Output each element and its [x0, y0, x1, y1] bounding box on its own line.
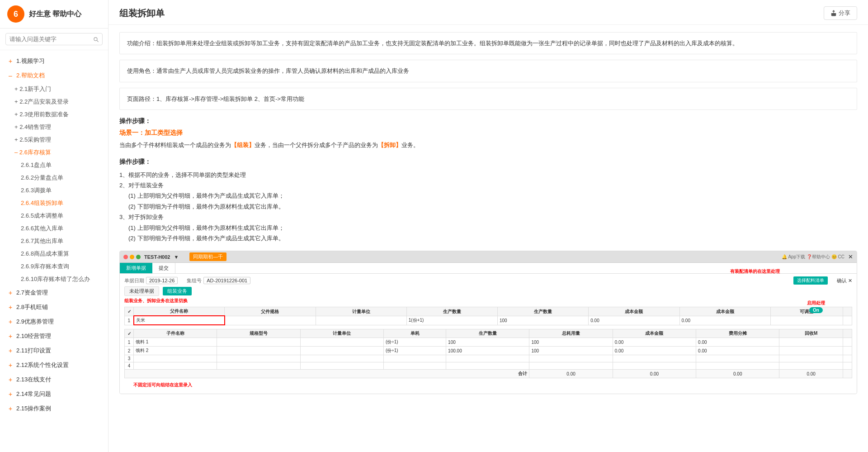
mock-tab-submit[interactable]: 提交 — [152, 263, 175, 273]
nav-item-27[interactable]: + 2.7资金管理 — [0, 285, 108, 300]
mock-annotation-middle: 组装业务、拆卸业务在这里切换 — [124, 298, 188, 304]
mock-date-value: 2019-12-26 — [146, 277, 178, 284]
nav-item-213[interactable]: + 2.13在线支付 — [0, 372, 108, 387]
mock-annotation-right: 启用处理 On — [807, 300, 825, 313]
nav-item-2-1[interactable]: + 2.1新手入门 — [14, 83, 108, 95]
nav-section-212: + 2.12系统个性化设置 — [0, 358, 108, 372]
mock-topbar-dropdown: ▼ — [174, 254, 179, 260]
collapse-icon-2: – — [7, 72, 14, 79]
mock-table2-row1: 1 饿料 1 (份÷1) 100 100 0.00 0.00 — [125, 338, 852, 347]
expand-icon-213: + — [7, 376, 14, 383]
intro-block: 功能介绍：组装拆卸单用来处理企业组装或拆卸等加工业务，支持有固定装配清单的产品加… — [119, 32, 857, 54]
nav-section-214: + 2.14常见问题 — [0, 387, 108, 401]
mock-annotation-btn[interactable]: 选择配料清单 — [793, 276, 828, 285]
nav-item-2[interactable]: – 2.帮助文档 — [0, 68, 108, 83]
share-button[interactable]: 分享 — [824, 6, 857, 20]
nav-item-2-6-7[interactable]: 2.6.7其他出库单 — [21, 235, 108, 247]
nav-section-28: + 2.8手机旺铺 — [0, 300, 108, 314]
nav-item-2-6-5[interactable]: 2.6.5成本调整单 — [21, 209, 108, 222]
mock-close-icon[interactable]: ✕ — [848, 253, 853, 260]
nav-item-2-3[interactable]: + 2.3使用前数据准备 — [14, 108, 108, 121]
screenshot-inner: TEST-H002 ▼ 同期期初—千 🔔 App下载 ❓帮助中心 😊 CC ✕ … — [120, 251, 857, 394]
nav-item-29[interactable]: + 2.9优惠券管理 — [0, 314, 108, 329]
nav-item-28[interactable]: + 2.8手机旺铺 — [0, 300, 108, 314]
expand-icon-211: + — [7, 347, 14, 354]
mock-table2-row2: 2 饿料 2 (份÷1) 100.00 100 0.00 0.00 — [125, 347, 852, 355]
nav-sub-2-6: 2.6.1盘点单 2.6.2分量盘点单 2.6.3调拨单 2.6.4组装拆卸单 … — [14, 159, 108, 285]
nav-section-215: + 2.15操作案例 — [0, 401, 108, 416]
expand-icon-2-2: + — [14, 98, 18, 105]
nav-item-2-6-8[interactable]: 2.6.8商品成本重算 — [21, 247, 108, 260]
step-3-2: (2) 下部明细为子件明细，最终作为产成品生成其它入库单。 — [128, 233, 857, 243]
nav-item-2-2[interactable]: + 2.2产品安装及登录 — [14, 95, 108, 108]
nav-item-2-6-2[interactable]: 2.6.2分量盘点单 — [21, 171, 108, 184]
scenario-heading: 场景一：加工类型选择 — [119, 129, 857, 137]
nav-section-27: + 2.7资金管理 — [0, 285, 108, 300]
expand-icon-2-4: + — [14, 124, 18, 130]
nav-item-2-6-3[interactable]: 2.6.3调拨单 — [21, 184, 108, 197]
mock-confirm-btn: 确认 ✕ — [837, 277, 852, 284]
mock-table2-foot: 合计 0.00 0.00 0.00 0.00 — [125, 370, 852, 378]
mock-type-active[interactable]: 组装业务 — [163, 287, 192, 295]
main-header: 组装拆卸单 分享 — [108, 0, 868, 25]
search-icon — [93, 36, 99, 43]
mock-th2-action — [843, 329, 852, 338]
nav-sub-2: + 2.1新手入门 + 2.2产品安装及登录 + 2.3使用前数据准备 + 2.… — [0, 83, 108, 285]
nav-item-2-6-1[interactable]: 2.6.1盘点单 — [21, 159, 108, 171]
nav-tree: + 1.视频学习 – 2.帮助文档 + 2.1新手入门 + 2.2产品安装及登录 — [0, 50, 108, 452]
mock-type-inactive[interactable]: 未处理单据 — [124, 286, 159, 296]
mock-th-name1: 父件名称 — [134, 307, 225, 316]
mock-th-cost1: 成本金额 — [589, 307, 679, 316]
nav-section-213: + 2.13在线支付 — [0, 372, 108, 387]
expand-icon-215: + — [7, 405, 14, 412]
logo-text: 好生意 帮助中心 — [29, 10, 81, 19]
expand-icon-29: + — [7, 319, 14, 325]
expand-icon-2-1: + — [14, 86, 18, 92]
expand-icon-27: + — [7, 290, 14, 296]
expand-icon-28: + — [7, 304, 14, 310]
nav-item-2-6-9[interactable]: 2.6.9库存账本查询 — [21, 260, 108, 273]
mock-table2-row4: 4 — [125, 362, 852, 370]
nav-item-211[interactable]: + 2.11打印设置 — [0, 343, 108, 358]
nav-item-2-6-6[interactable]: 2.6.6其他入库单 — [21, 222, 108, 235]
mock-topbar-id: TEST-H002 — [144, 254, 170, 260]
expand-icon-1: + — [7, 58, 14, 64]
nav-section-29: + 2.9优惠券管理 — [0, 314, 108, 329]
expand-icon-214: + — [7, 391, 14, 397]
mock-th-cost2: 成本金额 — [679, 307, 770, 316]
mock-table1-row1: 1 关米 1(份+1) 100 0.00 0.00 — [125, 316, 852, 325]
nav-item-2-6-10[interactable]: 2.6.10库存账本错了怎么办 — [21, 273, 108, 285]
mock-on-toggle[interactable]: On — [809, 307, 823, 313]
mock-tab-new[interactable]: 新增单据 — [120, 263, 152, 273]
nav-item-2-5[interactable]: + 2.5采购管理 — [14, 133, 108, 146]
step-3-1: (1) 上部明细为父件明细，最终作为原材料生成其它出库单； — [128, 223, 857, 233]
mock-topbar-btn[interactable]: 同期期初—千 — [189, 252, 226, 261]
path-block: 页面路径：1、库存核算->库存管理->组装拆卸单 2、首页->常用功能 — [119, 88, 857, 110]
search-input[interactable] — [5, 33, 103, 45]
nav-item-2-6-4[interactable]: 2.6.4组装拆卸单 — [21, 197, 108, 209]
main-content: 组装拆卸单 分享 功能介绍：组装拆卸单用来处理企业组装或拆卸等加工业务，支持有固… — [108, 0, 868, 452]
nav-item-214[interactable]: + 2.14常见问题 — [0, 387, 108, 401]
nav-item-210[interactable]: + 2.10经营管理 — [0, 329, 108, 343]
mock-th2-consume: 单耗 — [383, 329, 446, 338]
nav-item-212[interactable]: + 2.12系统个性化设置 — [0, 358, 108, 372]
intro-text: 功能介绍：组装拆卸单用来处理企业组装或拆卸等加工业务，支持有固定装配清单的产品加… — [127, 40, 738, 47]
ops-heading: 操作步骤： — [119, 117, 857, 125]
mock-th2-prod: 生产数量 — [446, 329, 529, 338]
mock-date-label: 单据日期 — [124, 277, 144, 284]
nav-item-215[interactable]: + 2.15操作案例 — [0, 401, 108, 416]
mock-th2-alloc: 费用分摊 — [696, 329, 779, 338]
nav-item-2-4[interactable]: + 2.4销售管理 — [14, 121, 108, 133]
search-area — [0, 29, 108, 50]
mock-annotation-top: 有装配清单的在这里处理 — [730, 268, 780, 275]
mock-th2-check: ✓ — [125, 329, 134, 338]
nav-item-1[interactable]: + 1.视频学习 — [0, 54, 108, 68]
ops-steps-heading: 操作步骤： — [119, 158, 857, 166]
mock-date-field: 单据日期 2019-12-26 — [124, 277, 178, 284]
step-2: 2、对于组装业务 (1) 上部明细为父件明细，最终作为产成品生成其它入库单； (… — [119, 180, 857, 212]
nav-item-2-6[interactable]: – 2.6库存核算 — [14, 146, 108, 159]
search-wrapper[interactable] — [5, 33, 103, 45]
expand-icon-212: + — [7, 362, 14, 368]
mock-table2-row3: 3 — [125, 355, 852, 362]
mock-th2-unit: 计量单位 — [300, 329, 383, 338]
